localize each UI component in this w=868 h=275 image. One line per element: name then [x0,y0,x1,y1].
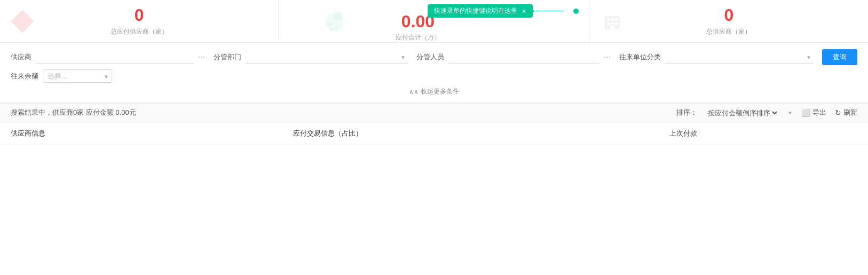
refresh-button[interactable]: ↻ 刷新 [835,108,857,117]
filter-area: 供应商 ··· 分管部门 ▼ 分管人员 ··· 往来单位分类 [0,43,868,103]
svg-rect-7 [330,27,333,31]
svg-rect-10 [607,18,610,21]
filter-unit-category: 往来单位分类 ▼ [619,51,814,64]
svg-rect-11 [611,18,614,21]
svg-point-6 [338,12,342,16]
collapse-row: ∧∧ 收起更多条件 [11,85,857,98]
supplier-input[interactable] [36,51,194,64]
svg-rect-16 [610,26,614,29]
department-select-wrapper: ▼ [246,51,408,64]
total-suppliers-label: 总供应商（家） [706,27,751,36]
filter-row-1: 供应商 ··· 分管部门 ▼ 分管人员 ··· 往来单位分类 [11,49,857,65]
unit-category-label: 往来单位分类 [619,52,661,62]
results-bar: 搜索结果中，供应商0家 应付金额 0.00元 排序： 按应付会额倒序排序 ▼ ⬜… [0,103,868,122]
sort-label: 排序： [676,108,697,117]
table-col-supplier-info: 供应商信息 [11,129,293,138]
diamond-icon: 单 [11,10,34,33]
collapse-label: 收起更多条件 [421,87,459,96]
supplier-more-icon[interactable]: ··· [198,52,205,62]
tooltip-container: 快速录单的快捷键说明在这里 × [428,4,578,18]
table-col-payable-info: 应付交易信息（占比） [293,129,669,138]
export-button[interactable]: ⬜ 导出 [801,108,826,117]
balance-select-wrapper: 选择... ▼ [43,69,112,83]
piggy-icon [321,8,348,35]
tooltip-line [533,11,565,11]
tooltip-bubble: 快速录单的快捷键说明在这里 × [428,4,532,18]
person-label: 分管人员 [416,52,444,62]
svg-rect-12 [615,18,618,21]
person-input[interactable] [448,51,599,64]
refresh-icon: ↻ [835,108,841,117]
svg-rect-13 [607,22,610,25]
svg-rect-8 [335,27,337,31]
filter-supplier: 供应商 ··· [11,51,205,64]
stats-bar: 单 0 总应付供应商（家） 0.00 应付合计（万） 快速录单的快捷键说明在这里… [0,0,868,43]
payable-suppliers-label: 总应付供应商（家） [111,27,168,36]
stat-block-total-suppliers: 0 总供应商（家） [590,0,868,42]
results-info: 搜索结果中，供应商0家 应付金额 0.00元 [11,108,136,117]
table-header: 供应商信息 应付交易信息（占比） 上次付款 [0,122,868,145]
refresh-label: 刷新 [843,108,857,117]
svg-rect-14 [611,22,614,25]
sort-select[interactable]: 按应付会额倒序排序 [706,108,779,117]
department-select[interactable] [246,51,408,64]
payable-suppliers-count: 0 [135,6,144,25]
department-label: 分管部门 [214,52,241,62]
tooltip-dot [573,9,579,14]
supplier-label: 供应商 [11,52,31,62]
building-icon [601,10,624,33]
filter-department: 分管部门 ▼ [214,51,408,64]
balance-label: 往来余额 [11,72,38,81]
table-body [0,145,868,275]
total-suppliers-count: 0 [724,6,733,25]
stat-block-payable-total: 0.00 应付合计（万） 快速录单的快捷键说明在这里 × [279,0,589,42]
tooltip-text: 快速录单的快捷键说明在这里 [434,6,517,15]
export-icon: ⬜ [801,108,810,117]
person-more-icon[interactable]: ··· [604,52,611,62]
stat-block-payable-suppliers: 单 0 总应付供应商（家） [0,0,279,42]
balance-select[interactable]: 选择... [43,69,112,83]
payable-total-label: 应付合计（万） [396,33,440,42]
svg-point-4 [334,11,343,20]
svg-rect-15 [615,22,618,25]
unit-category-select-wrapper: ▼ [665,51,814,64]
query-button[interactable]: 查询 [822,49,857,65]
filter-row-2: 往来余额 选择... ▼ .balance-select-wrapper sel… [11,69,857,83]
filter-person: 分管人员 ··· [416,51,611,64]
collapse-button[interactable]: ∧∧ 收起更多条件 [409,87,459,96]
results-actions: 排序： 按应付会额倒序排序 ▼ ⬜ 导出 ↻ 刷新 [676,108,857,117]
sort-arrow-icon: ▼ [787,110,793,116]
tooltip-close[interactable]: × [522,7,526,15]
svg-point-5 [327,22,332,26]
unit-category-select[interactable] [665,51,814,64]
collapse-up-icon: ∧∧ [409,88,419,96]
svg-text:单: 单 [20,19,26,25]
table-col-last-payment: 上次付款 [669,129,857,138]
export-label: 导出 [812,108,826,117]
